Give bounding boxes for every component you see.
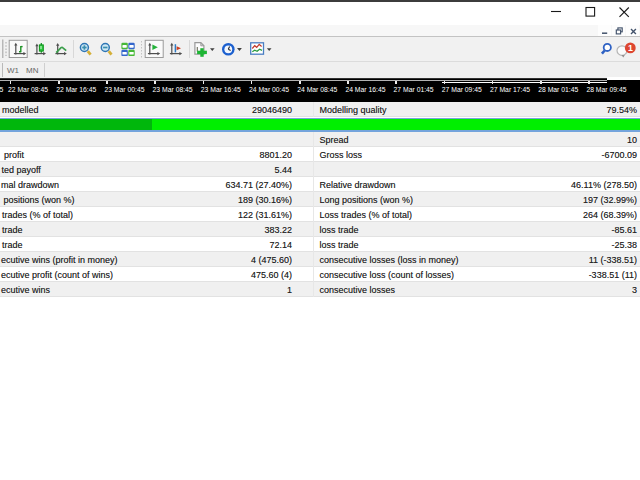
- svg-text:1: 1: [628, 43, 633, 53]
